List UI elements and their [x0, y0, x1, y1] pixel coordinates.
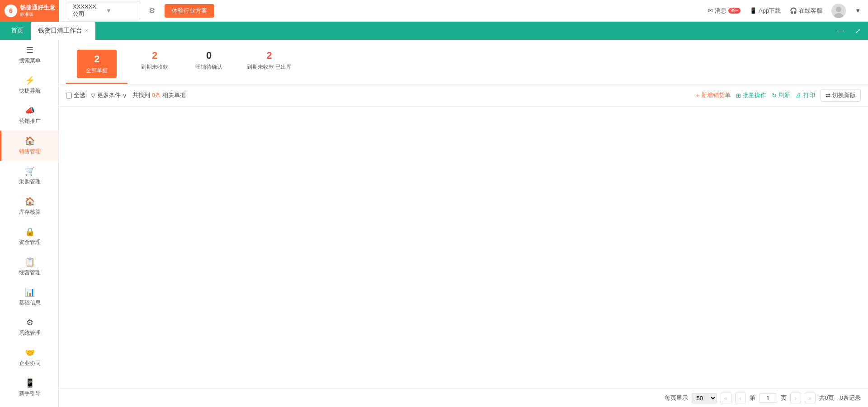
search-menu-icon: ☰ [26, 45, 33, 55]
settings-icon[interactable]: ⚙ [145, 4, 159, 18]
purchase-icon: 🛒 [25, 166, 35, 176]
sidebar-item-operation-label: 经营管理 [19, 269, 41, 276]
sidebar-item-system[interactable]: ⚙ 系统管理 [0, 312, 58, 342]
logo-main: 畅捷通好生意 [20, 4, 55, 12]
sidebar-item-finance-label: 资金管理 [19, 239, 41, 246]
maximize-icon[interactable]: ⤢ [851, 27, 864, 35]
card-shipped-num: 2 [267, 50, 272, 61]
summary-card-overdue[interactable]: 2 到期未收款 [127, 45, 182, 84]
sidebar-item-search-label: 搜索菜单 [19, 57, 41, 65]
user-name-item[interactable]: ▼ [855, 7, 861, 14]
filter-icon: ▽ [91, 92, 95, 99]
filter-dropdown-icon: ∨ [123, 92, 127, 99]
nav-tabs: 首页 钱货日清工作台 × — ⤢ [0, 22, 868, 40]
sidebar-item-inventory-label: 库存核算 [19, 208, 41, 216]
page-label: 第 [750, 394, 755, 402]
batch-operation-button[interactable]: ⊞ 批量操作 [736, 91, 766, 99]
sidebar-item-inventory[interactable]: 🏠 库存核算 [0, 191, 58, 221]
operation-icon: 📋 [25, 257, 35, 267]
inventory-icon: 🏠 [25, 196, 35, 206]
print-button[interactable]: 🖨 打印 [796, 91, 815, 99]
next-page-button[interactable]: › [790, 393, 801, 403]
sidebar-item-guide[interactable]: 📱 新手引导 [0, 373, 58, 403]
page-input[interactable] [759, 393, 777, 403]
company-name: XXXXXX公司 [73, 3, 102, 18]
online-service-label: 在线客服 [799, 7, 822, 15]
card-wangpu-label: 旺铺待确认 [195, 63, 222, 71]
sidebar-item-operation[interactable]: 📋 经营管理 [0, 252, 58, 282]
tab-home[interactable]: 首页 [4, 22, 31, 40]
summary-card-shipped[interactable]: 2 到期未收款 已出库 [236, 45, 302, 84]
avatar[interactable] [831, 4, 846, 18]
filter-button[interactable]: ▽ 更多条件 ∨ [91, 91, 127, 99]
sidebar-item-enterprise[interactable]: 🤝 企业协同 [0, 342, 58, 373]
sidebar-item-quick-nav[interactable]: ⚡ 快捷导航 [0, 70, 58, 100]
select-all-label: 全选 [74, 91, 85, 99]
app-download-item[interactable]: 📱 App下载 [750, 7, 781, 15]
message-item[interactable]: ✉ 消息 99+ [708, 7, 741, 15]
prev-page-button[interactable]: ‹ [735, 393, 746, 403]
sidebar-item-purchase[interactable]: 🛒 采购管理 [0, 161, 58, 191]
last-page-button[interactable]: » [805, 393, 816, 403]
message-icon: ✉ [708, 7, 713, 14]
tab-work-bench[interactable]: 钱货日清工作台 × [31, 22, 95, 40]
select-all-input[interactable] [66, 93, 72, 98]
sidebar-item-apps[interactable]: 🎁 应用中心 [0, 403, 58, 407]
switch-version-button[interactable]: ⇄ 切换新版 [821, 89, 861, 102]
summary-card-all[interactable]: 2 全部单据 [66, 45, 127, 84]
print-icon: 🖨 [796, 92, 802, 99]
sidebar-item-guide-label: 新手引导 [19, 390, 41, 398]
sidebar-item-marketing[interactable]: 📣 营销推广 [0, 100, 58, 131]
card-all-inner: 2 全部单据 [77, 50, 117, 78]
sidebar-item-basic[interactable]: 📊 基础信息 [0, 282, 58, 312]
card-overdue-num: 2 [152, 50, 157, 61]
logo-area: 6 畅捷通好生意 标准版 [0, 0, 59, 22]
card-shipped-label: 到期未收款 已出库 [247, 63, 292, 71]
found-text: 共找到 0条 相关单据 [132, 91, 186, 99]
switch-label: 切换新版 [832, 91, 856, 99]
company-selector[interactable]: XXXXXX公司 ▼ [68, 1, 140, 20]
page-suffix: 页 [781, 394, 787, 402]
page-size-select[interactable]: 50 100 200 [692, 393, 717, 403]
card-all-num: 2 [94, 53, 99, 65]
first-page-button[interactable]: « [721, 393, 731, 403]
total-info: 共0页，0条记录 [819, 394, 861, 402]
minimize-icon[interactable]: — [833, 27, 848, 35]
enterprise-icon: 🤝 [25, 348, 35, 358]
sidebar-item-search[interactable]: ☰ 搜索菜单 [0, 40, 58, 70]
online-service-item[interactable]: 🎧 在线客服 [790, 7, 822, 15]
empty-area [59, 107, 868, 388]
switch-icon: ⇄ [826, 92, 830, 99]
summary-card-wangpu[interactable]: 0 旺铺待确认 [182, 45, 236, 84]
print-label: 打印 [803, 91, 815, 99]
refresh-button[interactable]: ↻ 刷新 [772, 91, 790, 99]
toolbar-left: 全选 ▽ 更多条件 ∨ 共找到 0条 相关单据 [66, 91, 691, 99]
message-label: 消息 [715, 7, 726, 15]
toolbar: 全选 ▽ 更多条件 ∨ 共找到 0条 相关单据 + 新增销货单 ⊞ 批量操作 [59, 84, 868, 107]
logo-icon: 6 [5, 5, 17, 17]
top-header: 6 畅捷通好生意 标准版 XXXXXX公司 ▼ ⚙ 体验行业方案 ✉ 消息 99… [0, 0, 868, 22]
sidebar-item-finance[interactable]: 🔒 资金管理 [0, 221, 58, 252]
card-overdue-label: 到期未收款 [141, 63, 168, 71]
tab-work-bench-label: 钱货日清工作台 [38, 27, 82, 35]
add-sale-order-button[interactable]: + 新增销货单 [696, 91, 731, 99]
found-prefix: 共找到 [132, 92, 150, 98]
sales-icon: 🏠 [25, 136, 35, 146]
svg-point-1 [836, 7, 841, 12]
batch-label: 批量操作 [743, 91, 766, 99]
refresh-label: 刷新 [778, 91, 790, 99]
pagination: 每页显示 50 100 200 « ‹ 第 页 › » 共0页，0条记录 [59, 388, 868, 407]
tab-home-label: 首页 [11, 27, 24, 35]
batch-icon: ⊞ [736, 92, 741, 99]
select-all-checkbox[interactable]: 全选 [66, 91, 85, 99]
close-tab-icon[interactable]: × [85, 28, 88, 34]
avatar-image [831, 4, 846, 18]
system-icon: ⚙ [26, 318, 33, 327]
trial-button[interactable]: 体验行业方案 [165, 4, 214, 18]
sidebar-item-sales[interactable]: 🏠 销售管理 [0, 131, 58, 161]
toolbar-right: + 新增销货单 ⊞ 批量操作 ↻ 刷新 🖨 打印 ⇄ 切换新版 [696, 89, 861, 102]
quick-nav-icon: ⚡ [25, 75, 35, 85]
summary-cards: 2 全部单据 2 到期未收款 0 旺铺待确认 2 到期未收款 已出库 [59, 40, 868, 84]
marketing-icon: 📣 [25, 106, 35, 116]
message-badge: 99+ [728, 8, 741, 14]
